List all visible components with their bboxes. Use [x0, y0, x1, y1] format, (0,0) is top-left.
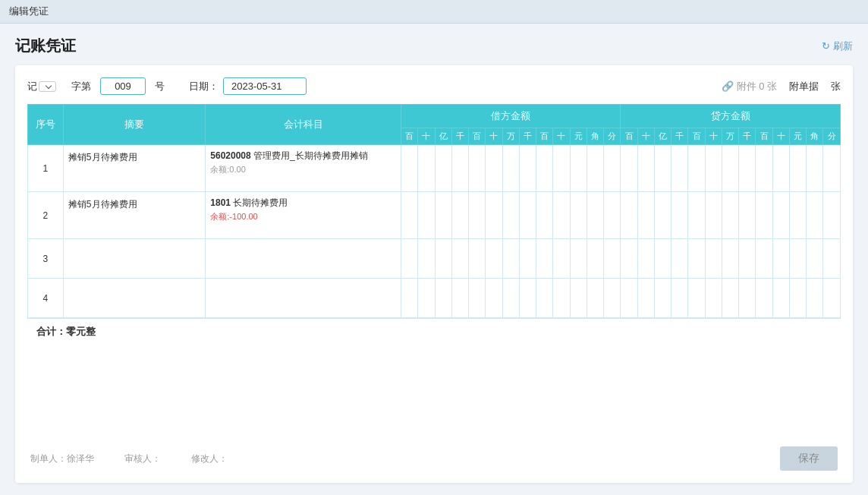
- debit-digit-9[interactable]: [536, 145, 553, 192]
- debit-digit-6[interactable]: [486, 192, 502, 239]
- credit-digit-8[interactable]: [739, 239, 756, 279]
- debit-digit-2[interactable]: [418, 192, 435, 239]
- row-summary[interactable]: [63, 279, 205, 318]
- credit-digit-11[interactable]: [789, 145, 806, 192]
- credit-digit-9[interactable]: [756, 239, 772, 279]
- debit-digit-3[interactable]: [435, 239, 451, 279]
- credit-digit-2[interactable]: [637, 145, 654, 192]
- row-summary[interactable]: 摊销5月待摊费用: [63, 145, 205, 192]
- row-summary[interactable]: 摊销5月待摊费用: [63, 192, 205, 239]
- debit-digit-2[interactable]: [418, 145, 435, 192]
- debit-digit-6[interactable]: [486, 239, 502, 279]
- debit-digit-5[interactable]: [469, 192, 486, 239]
- credit-digit-5[interactable]: [688, 279, 705, 318]
- debit-digit-6[interactable]: [486, 279, 502, 318]
- credit-digit-9[interactable]: [756, 145, 772, 192]
- debit-digit-6[interactable]: [486, 145, 502, 192]
- credit-digit-4[interactable]: [671, 192, 688, 239]
- credit-digit-8[interactable]: [739, 279, 756, 318]
- credit-digit-3[interactable]: [654, 239, 671, 279]
- date-input[interactable]: [223, 77, 307, 95]
- row-account[interactable]: [206, 239, 401, 279]
- credit-digit-12[interactable]: [807, 239, 823, 279]
- credit-digit-6[interactable]: [705, 192, 722, 239]
- debit-digit-2[interactable]: [418, 239, 435, 279]
- type-dropdown[interactable]: [39, 81, 56, 92]
- debit-digit-13[interactable]: [604, 239, 621, 279]
- credit-digit-5[interactable]: [688, 145, 705, 192]
- debit-digit-5[interactable]: [469, 145, 486, 192]
- debit-digit-1[interactable]: [401, 192, 418, 239]
- debit-digit-3[interactable]: [435, 279, 451, 318]
- attachment-link[interactable]: 🔗 附件 0 张: [722, 80, 777, 93]
- debit-digit-4[interactable]: [451, 239, 468, 279]
- credit-digit-5[interactable]: [688, 239, 705, 279]
- credit-digit-9[interactable]: [756, 192, 772, 239]
- credit-digit-2[interactable]: [637, 279, 654, 318]
- debit-digit-9[interactable]: [536, 279, 553, 318]
- fujiandan-link[interactable]: 附单据: [789, 80, 819, 93]
- voucher-number-input[interactable]: [100, 77, 146, 95]
- debit-digit-10[interactable]: [553, 239, 570, 279]
- debit-digit-7[interactable]: [502, 145, 519, 192]
- debit-digit-12[interactable]: [587, 145, 603, 192]
- credit-digit-8[interactable]: [739, 145, 756, 192]
- credit-digit-1[interactable]: [621, 192, 637, 239]
- row-account[interactable]: 1801 长期待摊费用余额:-100.00: [206, 192, 401, 239]
- debit-digit-7[interactable]: [502, 192, 519, 239]
- debit-digit-3[interactable]: [435, 145, 451, 192]
- credit-digit-10[interactable]: [772, 192, 789, 239]
- debit-digit-4[interactable]: [451, 279, 468, 318]
- credit-digit-13[interactable]: [823, 279, 841, 318]
- debit-digit-13[interactable]: [604, 145, 621, 192]
- debit-digit-7[interactable]: [502, 279, 519, 318]
- credit-digit-1[interactable]: [621, 145, 637, 192]
- debit-digit-12[interactable]: [587, 279, 603, 318]
- debit-digit-11[interactable]: [570, 279, 587, 318]
- table-row[interactable]: 1摊销5月待摊费用56020008 管理费用_长期待摊费用摊销余额:0.00: [28, 145, 841, 192]
- debit-digit-13[interactable]: [604, 279, 621, 318]
- debit-digit-1[interactable]: [401, 279, 418, 318]
- debit-digit-11[interactable]: [570, 239, 587, 279]
- credit-digit-7[interactable]: [722, 239, 738, 279]
- credit-digit-8[interactable]: [739, 192, 756, 239]
- debit-digit-8[interactable]: [519, 239, 536, 279]
- credit-digit-1[interactable]: [621, 239, 637, 279]
- credit-digit-13[interactable]: [823, 192, 841, 239]
- credit-digit-10[interactable]: [772, 239, 789, 279]
- table-row[interactable]: 4: [28, 279, 841, 318]
- credit-digit-11[interactable]: [789, 239, 806, 279]
- debit-digit-13[interactable]: [604, 192, 621, 239]
- debit-digit-8[interactable]: [519, 192, 536, 239]
- debit-digit-12[interactable]: [587, 192, 603, 239]
- debit-digit-12[interactable]: [587, 239, 603, 279]
- credit-digit-4[interactable]: [671, 279, 688, 318]
- credit-digit-9[interactable]: [756, 279, 772, 318]
- credit-digit-12[interactable]: [807, 145, 823, 192]
- debit-digit-9[interactable]: [536, 239, 553, 279]
- row-account[interactable]: [206, 279, 401, 318]
- debit-digit-4[interactable]: [451, 145, 468, 192]
- credit-digit-13[interactable]: [823, 145, 841, 192]
- debit-digit-10[interactable]: [553, 145, 570, 192]
- debit-digit-9[interactable]: [536, 192, 553, 239]
- credit-digit-2[interactable]: [637, 192, 654, 239]
- debit-digit-10[interactable]: [553, 279, 570, 318]
- credit-digit-3[interactable]: [654, 145, 671, 192]
- credit-digit-5[interactable]: [688, 192, 705, 239]
- credit-digit-3[interactable]: [654, 192, 671, 239]
- credit-digit-10[interactable]: [772, 279, 789, 318]
- credit-digit-6[interactable]: [705, 145, 722, 192]
- debit-digit-5[interactable]: [469, 279, 486, 318]
- credit-digit-4[interactable]: [671, 145, 688, 192]
- credit-digit-1[interactable]: [621, 279, 637, 318]
- credit-digit-12[interactable]: [807, 192, 823, 239]
- credit-digit-11[interactable]: [789, 192, 806, 239]
- debit-digit-5[interactable]: [469, 239, 486, 279]
- credit-digit-4[interactable]: [671, 239, 688, 279]
- credit-digit-7[interactable]: [722, 192, 738, 239]
- debit-digit-7[interactable]: [502, 239, 519, 279]
- credit-digit-7[interactable]: [722, 279, 738, 318]
- credit-digit-12[interactable]: [807, 279, 823, 318]
- credit-digit-6[interactable]: [705, 279, 722, 318]
